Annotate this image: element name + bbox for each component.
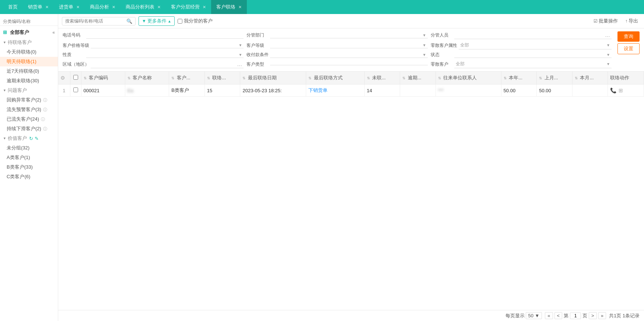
filter-nature: 性质 ▼ [63, 52, 244, 58]
col-last-date-sort[interactable]: ⇅ [242, 76, 245, 80]
col-code-sort[interactable]: ⇅ [84, 76, 87, 80]
filter-person: 分管人员 … [431, 31, 612, 39]
filter-customer-level-select[interactable]: ▼ [270, 42, 427, 48]
page-last-btn[interactable]: » [598, 312, 606, 319]
filter-area-select[interactable]: … [91, 61, 244, 68]
col-name-sort[interactable]: ⇅ [127, 76, 130, 80]
page-prev-btn[interactable]: < [554, 312, 563, 319]
col-unlink-sort[interactable]: ⇅ [367, 76, 370, 80]
row-action-cell: 📞 ⊞ [608, 84, 644, 97]
nav-customer-segment-close[interactable]: ✕ [203, 5, 206, 10]
sidebar-item-churned[interactable]: 已流失客户(24) ⓘ [0, 114, 58, 124]
nav-goods-analysis-list-close[interactable]: ✕ [157, 5, 161, 10]
nav-goods-analysis[interactable]: 商品分析 ✕ [85, 0, 120, 14]
page-total: 共1页 1条记录 [609, 313, 640, 319]
sidebar-group-value[interactable]: ▼ 价值客户 ↻ ✎ [0, 134, 58, 143]
col-unit-contact: ⇅ 往来单位联系人 [435, 72, 501, 84]
toolbar-search-icon[interactable]: 🔍 [126, 18, 132, 24]
sidebar-item-churn-warning[interactable]: 流失预警客户(3) ⓘ [0, 105, 58, 114]
sidebar-all-customers[interactable]: ⊞ 全部客户 « [0, 27, 58, 38]
filter-person-select[interactable]: … [454, 31, 612, 39]
filter-payment-select[interactable]: ▼ [270, 52, 427, 58]
my-customers-checkbox[interactable]: 我分管的客户 [178, 18, 213, 24]
nav-home[interactable]: 首页 [3, 0, 23, 14]
row-last-type: 下销货单 [306, 84, 364, 97]
filter-retail-customer-select[interactable]: 全部 ▼ [454, 60, 612, 68]
filter-retail-attr: 零散客户属性 全部 ▼ [431, 41, 612, 49]
page-size-select-box[interactable]: 50 ▼ [526, 312, 542, 319]
col-last-type-sort[interactable]: ⇅ [308, 76, 311, 80]
page-next-btn[interactable]: > [589, 312, 597, 319]
settings-button[interactable]: 设置 [617, 43, 640, 54]
sidebar-item-ungroup[interactable]: 未分组(32) [0, 143, 58, 153]
page-first-btn[interactable]: « [545, 312, 553, 319]
sidebar-item-overdue[interactable]: 逾期未联络(30) [0, 76, 58, 86]
toolbar: 🔍 ▼ 更多条件 ▲ 我分管的客户 ☑ 批量操作 ↑ 导出 [58, 14, 644, 28]
nav-customer-segment[interactable]: 客户分层经营 ✕ [166, 0, 211, 14]
col-type-sort[interactable]: ⇅ [171, 76, 174, 80]
sidebar-search-input[interactable] [3, 19, 58, 24]
export-btn[interactable]: ↑ 导出 [623, 17, 640, 25]
filter-retail-attr-select[interactable]: 全部 ▼ [459, 41, 612, 49]
col-this-month-sort[interactable]: ⇅ [575, 76, 578, 80]
filter-customer-type-select[interactable] [270, 63, 427, 65]
row-action-menu-icon[interactable]: ⊞ [619, 87, 623, 93]
col-unit-contact-sort[interactable]: ⇅ [438, 76, 441, 80]
row-action-icons: 📞 ⊞ [610, 87, 641, 93]
query-button[interactable]: 查询 [617, 31, 640, 42]
col-contact-count-sort[interactable]: ⇅ [207, 76, 210, 80]
nav-sales-close[interactable]: ✕ [45, 5, 49, 10]
toolbar-right: ☑ 批量操作 ↑ 导出 [591, 17, 640, 25]
filter-more-btn[interactable]: ▼ 更多条件 ▲ [139, 16, 175, 26]
sidebar-search-wrapper: 🔍 [0, 17, 58, 26]
row-name: Ea [125, 84, 169, 97]
filter-customer-level: 客户等级 ▼ [246, 42, 427, 49]
filter-phone-input[interactable] [86, 32, 244, 39]
nav-purchase-close[interactable]: ✕ [76, 5, 80, 10]
nav-goods-analysis-list[interactable]: 商品分析列表 ✕ [120, 0, 166, 14]
my-customers-check[interactable] [178, 19, 182, 24]
nav-purchase[interactable]: 进货单 ✕ [54, 0, 85, 14]
filter-area-dots[interactable]: … [237, 61, 242, 67]
col-year-sort[interactable]: ⇅ [504, 76, 507, 80]
col-last-type: ⇅ 最后联络方式 [306, 72, 364, 84]
sidebar-item-repurchase-abnormal[interactable]: 回购异常客户(2) ⓘ [0, 95, 58, 105]
filter-person-dots[interactable]: … [605, 32, 610, 38]
row-checkbox[interactable] [73, 87, 78, 92]
select-all-checkbox[interactable] [73, 75, 78, 80]
sidebar-item-tomorrow[interactable]: 明天待联络(1) [0, 57, 58, 66]
filter-status-select[interactable]: ▼ [454, 52, 612, 58]
sidebar-group-problem[interactable]: 问题客户 [0, 86, 58, 95]
toolbar-search-input[interactable] [65, 18, 126, 24]
col-overdue-sort[interactable]: ⇅ [402, 76, 405, 80]
filter-actions: 查询 设置 [617, 31, 640, 68]
sidebar-item-b-class[interactable]: B类客户(33) [0, 162, 58, 172]
sidebar-item-declining[interactable]: 持续下滑客户(2) ⓘ [0, 124, 58, 134]
filter-price-level-select[interactable]: ▼ [91, 42, 244, 48]
filter-price-level: 客户价格等级 ▼ [63, 42, 244, 49]
col-last-month-sort[interactable]: ⇅ [539, 76, 542, 80]
row-action-phone-icon[interactable]: 📞 [610, 87, 616, 93]
sidebar-item-today[interactable]: 今天待联络(0) [0, 47, 58, 57]
sidebar-item-c-class[interactable]: C类客户(6) [0, 172, 58, 182]
nav-sales[interactable]: 销货单 ✕ [23, 0, 54, 14]
retail-customer-arrow: ▼ [606, 62, 610, 66]
sidebar-item-7days[interactable]: 近7天待联络(0) [0, 66, 58, 76]
page-size-control: 每页显示 50 ▼ [505, 312, 542, 319]
row-unlink: 14 [364, 84, 400, 97]
page-number-input[interactable] [570, 313, 581, 319]
filter-dept-select[interactable]: ▼ [270, 32, 427, 38]
col-contact-count: ⇅ 联络... [204, 72, 240, 84]
row-num: 1 [58, 84, 70, 97]
filter-panel: 电话号码 分管部门 ▼ 分管人员 [58, 28, 644, 72]
filter-nature-select[interactable]: ▼ [86, 52, 244, 58]
nav-customer-contact[interactable]: 客户联络 ✕ [211, 0, 247, 14]
batch-op-btn[interactable]: ☑ 批量操作 [591, 17, 620, 25]
nav-customer-contact-close[interactable]: ✕ [238, 5, 242, 10]
row-last-type-link[interactable]: 下销货单 [308, 87, 328, 93]
gear-icon[interactable]: ⚙ [60, 75, 65, 81]
main-layout: 🔍 ⊞ 全部客户 « 待联络客户 今天待联络(0) 明天待联络(1) 近7天待联… [0, 14, 644, 321]
sidebar-item-a-class[interactable]: A类客户(1) [0, 153, 58, 162]
sidebar-group-pending[interactable]: 待联络客户 [0, 38, 58, 47]
nav-goods-analysis-close[interactable]: ✕ [112, 5, 115, 10]
